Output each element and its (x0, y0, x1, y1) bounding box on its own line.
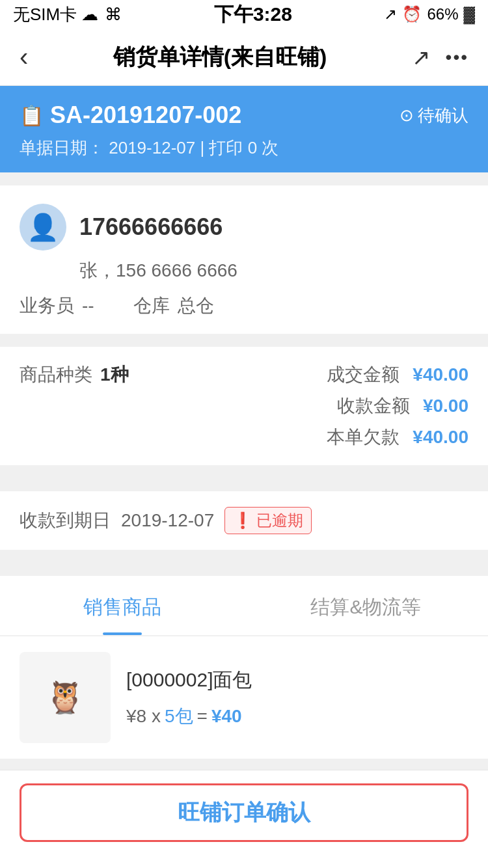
user-icon: 👤 (27, 212, 59, 243)
order-date-row: 单据日期： 2019-12-07 | 打印 0 次 (20, 137, 468, 159)
tab-settlement-label: 结算&物流等 (310, 596, 421, 617)
tab-sales-products[interactable]: 销售商品 (0, 576, 244, 635)
order-icon: 📋 (20, 104, 44, 127)
confirm-order-button[interactable]: 旺铺订单确认 (20, 783, 468, 842)
product-thumbnail: 🦉 (20, 652, 111, 743)
owed-value: ¥40.00 (413, 427, 468, 448)
warehouse-row: 仓库 总仓 (133, 293, 214, 318)
status-bar: 无SIM卡 ☁ ⌘ 下午3:28 ↗ ⏰ 66% ▓ (0, 0, 488, 29)
product-item: 🦉 [0000002]面包 ¥8 x 5包 = ¥40 (0, 636, 488, 759)
status-text: 待确认 (418, 104, 468, 127)
status-time: 下午3:28 (214, 1, 292, 28)
deal-label: 成交金额 (327, 362, 400, 387)
share-icon[interactable]: ↗ (412, 44, 430, 70)
customer-detail: 张，156 6666 6666 (0, 251, 488, 283)
type-value: 1种 (100, 362, 129, 387)
divider-3 (0, 550, 488, 563)
divider-1 (0, 334, 488, 347)
product-type-row: 商品种类 1种 (20, 362, 129, 387)
salesperson-value: -- (82, 295, 94, 316)
status-right: ↗ ⏰ 66% ▓ (384, 5, 475, 23)
overdue-text: 已逾期 (256, 510, 303, 531)
battery-icon: ▓ (463, 5, 475, 23)
alarm-icon: ⏰ (402, 5, 422, 23)
bottom-bar: 旺铺订单确认 (0, 770, 488, 868)
warehouse-value: 总仓 (178, 293, 214, 318)
salesperson-row: 业务员 -- (20, 293, 94, 318)
order-status: ⊙ 待确认 (400, 104, 468, 127)
back-button[interactable]: ‹ (20, 42, 28, 72)
owed-label: 本单欠款 (327, 425, 400, 450)
order-id-row: 📋 SA-20191207-002 (20, 102, 241, 129)
doc-date-label: 单据日期： (20, 138, 104, 157)
doc-date-value: 2019-12-07 (109, 138, 195, 157)
customer-meta: 业务员 -- 仓库 总仓 (0, 283, 488, 334)
deal-value: ¥40.00 (413, 364, 468, 385)
due-label: 收款到期日 (20, 508, 111, 533)
owed-amount-row: 本单欠款 ¥40.00 (327, 425, 468, 450)
overdue-badge: ❗ 已逾期 (224, 507, 312, 534)
product-logo-icon: 🦉 (46, 679, 85, 716)
overdue-icon: ❗ (233, 511, 252, 530)
divider-2 (0, 465, 488, 478)
nav-actions: ↗ ••• (412, 44, 468, 70)
product-total: ¥40 (211, 706, 242, 727)
page-title: 销货单详情(来自旺铺) (113, 42, 327, 72)
product-name: [0000002]面包 (126, 667, 468, 694)
product-price-row: ¥8 x 5包 = ¥40 (126, 704, 468, 729)
tab-sales-label: 销售商品 (83, 596, 161, 617)
received-label: 收款金额 (337, 394, 410, 418)
customer-phone: 17666666666 (79, 213, 223, 241)
print-info: | 打印 0 次 (200, 138, 278, 157)
avatar: 👤 (20, 204, 66, 251)
tabs-section: 销售商品 结算&物流等 (0, 576, 488, 635)
amounts-section: 商品种类 1种 成交金额 ¥40.00 收款金额 ¥0.00 本单欠款 ¥40.… (0, 347, 488, 465)
battery-text: 66% (427, 5, 458, 23)
wifi-icon: ⌘ (105, 5, 122, 25)
order-header-card: 📋 SA-20191207-002 ⊙ 待确认 单据日期： 2019-12-07… (0, 86, 488, 172)
due-date-section: 收款到期日 2019-12-07 ❗ 已逾期 (0, 491, 488, 550)
received-value: ¥0.00 (423, 396, 468, 416)
type-label: 商品种类 (20, 362, 92, 387)
product-unit-price: ¥8 x (126, 706, 161, 727)
due-date-value: 2019-12-07 (121, 510, 214, 531)
product-qty: 5包 (165, 704, 193, 729)
status-clock-icon: ⊙ (400, 105, 414, 126)
tab-settlement[interactable]: 结算&物流等 (244, 576, 488, 635)
order-id-text: SA-20191207-002 (50, 102, 241, 129)
sim-text: 无SIM卡 ☁ (13, 3, 98, 26)
nav-bar: ‹ 销货单详情(来自旺铺) ↗ ••• (0, 29, 488, 86)
deal-amount-row: 成交金额 ¥40.00 (327, 362, 468, 387)
warehouse-label: 仓库 (133, 293, 170, 318)
product-eq: = (197, 706, 208, 727)
customer-section: 👤 17666666666 张，156 6666 6666 业务员 -- 仓库 … (0, 185, 488, 334)
salesperson-label: 业务员 (20, 293, 74, 318)
status-left: 无SIM卡 ☁ ⌘ (13, 3, 122, 26)
received-amount-row: 收款金额 ¥0.00 (327, 394, 468, 418)
location-icon: ↗ (384, 5, 397, 23)
more-icon[interactable]: ••• (446, 47, 468, 68)
amounts-right: 成交金额 ¥40.00 收款金额 ¥0.00 本单欠款 ¥40.00 (327, 362, 468, 450)
product-details: [0000002]面包 ¥8 x 5包 = ¥40 (126, 652, 468, 743)
